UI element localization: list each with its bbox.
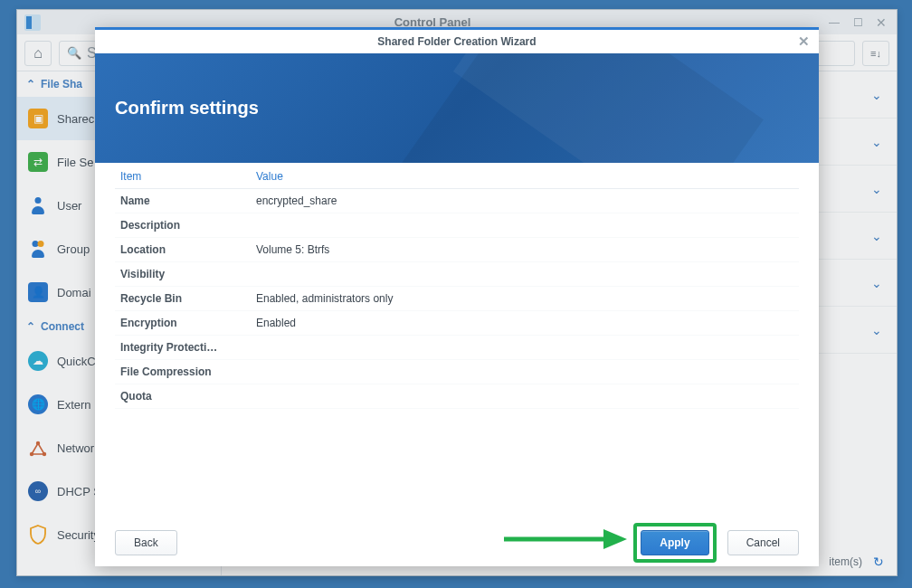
wizard-title: Shared Folder Creation Wizard bbox=[377, 35, 536, 48]
header-value: Value bbox=[251, 163, 799, 189]
row-value: Enabled bbox=[251, 311, 799, 336]
apply-highlight: Apply bbox=[633, 523, 716, 563]
wizard-title-bar: Shared Folder Creation Wizard ✕ bbox=[95, 30, 819, 53]
row-value: Enabled, administrators only bbox=[251, 287, 799, 311]
row-label: Location bbox=[115, 238, 251, 262]
apply-button[interactable]: Apply bbox=[641, 530, 708, 555]
row-label: Encryption bbox=[115, 311, 251, 336]
row-label: Recycle Bin bbox=[115, 287, 251, 311]
cancel-button[interactable]: Cancel bbox=[727, 530, 799, 555]
wizard-footer: Back Apply Cancel bbox=[95, 519, 819, 566]
row-label: Description bbox=[115, 213, 251, 238]
settings-table: Item Value Nameencrypted_share Descripti… bbox=[115, 163, 799, 409]
row-value: Volume 5: Btrfs bbox=[251, 238, 799, 262]
row-value bbox=[251, 336, 799, 360]
row-value bbox=[251, 384, 799, 409]
row-value: encrypted_share bbox=[251, 189, 799, 213]
row-label: Quota bbox=[115, 384, 251, 409]
back-button[interactable]: Back bbox=[115, 530, 177, 555]
row-value bbox=[251, 213, 799, 238]
row-label: Name bbox=[115, 189, 251, 213]
row-value bbox=[251, 360, 799, 384]
row-label: Integrity Protecti… bbox=[115, 336, 251, 360]
header-item: Item bbox=[115, 163, 251, 189]
row-value bbox=[251, 262, 799, 287]
row-label: File Compression bbox=[115, 360, 251, 384]
wizard-heading: Confirm settings bbox=[115, 98, 259, 119]
wizard-dialog: Shared Folder Creation Wizard ✕ Confirm … bbox=[95, 27, 819, 566]
wizard-close-button[interactable]: ✕ bbox=[798, 33, 810, 50]
wizard-body: Item Value Nameencrypted_share Descripti… bbox=[95, 163, 819, 409]
wizard-hero: Confirm settings bbox=[95, 53, 819, 163]
row-label: Visibility bbox=[115, 262, 251, 287]
